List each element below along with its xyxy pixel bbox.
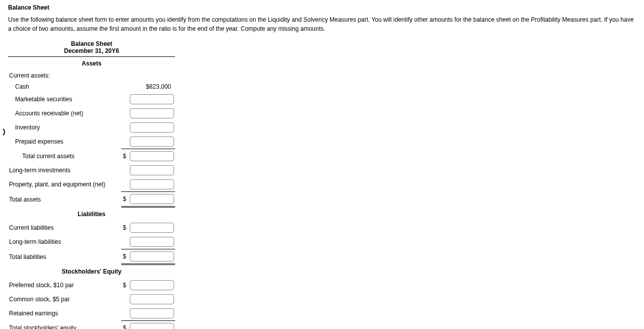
label-long-term-liabilities: Long-term liabilities <box>8 235 121 249</box>
row-total-current-assets: Total current assets $ <box>8 149 175 164</box>
row-common-stock: Common stock, $5 par <box>8 292 175 306</box>
input-common-stock[interactable] <box>130 294 174 304</box>
section-liabilities: Liabilities <box>8 208 175 221</box>
input-current-liabilities[interactable] <box>130 223 174 233</box>
label-total-stockholders-equity: Total stockholders' equity <box>8 321 121 330</box>
row-marketable-securities: Marketable securities <box>8 92 175 106</box>
dollar-sign: $ <box>121 192 127 207</box>
row-cash: Cash $823,000 <box>8 81 175 92</box>
instructions-text: Use the following balance sheet form to … <box>8 15 636 33</box>
row-total-assets: Total assets $ <box>8 192 175 207</box>
input-total-liabilities[interactable] <box>130 251 174 261</box>
row-total-stockholders-equity: Total stockholders' equity $ <box>8 321 175 330</box>
label-retained-earnings: Retained earnings <box>8 306 121 321</box>
row-retained-earnings: Retained earnings <box>8 306 175 321</box>
row-current-assets-header: Current assets: <box>8 70 175 81</box>
row-current-liabilities: Current liabilities $ <box>8 221 175 235</box>
dollar-sign: $ <box>121 249 127 265</box>
input-total-current-assets[interactable] <box>130 151 174 161</box>
input-marketable-securities[interactable] <box>130 94 174 104</box>
input-long-term-liabilities[interactable] <box>130 237 174 247</box>
label-preferred-stock: Preferred stock, $10 par <box>8 278 121 292</box>
label-ppe: Property, plant, and equipment (net) <box>8 177 121 192</box>
row-accounts-receivable: Accounts receivable (net) <box>8 106 175 120</box>
dollar-sign: $ <box>121 278 127 292</box>
input-accounts-receivable[interactable] <box>130 108 174 118</box>
dollar-sign: $ <box>121 149 127 164</box>
dollar-sign: $ <box>121 321 127 330</box>
label-common-stock: Common stock, $5 par <box>8 292 121 306</box>
label-total-assets: Total assets <box>8 192 121 207</box>
sheet-date: December 31, 20Y6 <box>8 47 175 57</box>
input-total-assets[interactable] <box>130 194 174 204</box>
label-accounts-receivable: Accounts receivable (net) <box>8 106 121 120</box>
section-assets: Assets <box>8 57 175 70</box>
label-current-liabilities: Current liabilities <box>8 221 121 235</box>
dollar-sign: $ <box>121 221 127 235</box>
input-ppe[interactable] <box>130 179 174 189</box>
section-equity: Stockholders' Equity <box>8 265 175 278</box>
input-preferred-stock[interactable] <box>130 280 174 290</box>
label-current-assets: Current assets: <box>8 70 121 81</box>
value-cash: $823,000 <box>128 83 174 90</box>
row-long-term-liabilities: Long-term liabilities <box>8 235 175 249</box>
selection-arc <box>0 127 5 137</box>
input-retained-earnings[interactable] <box>130 308 174 318</box>
row-long-term-investments: Long-term investments <box>8 163 175 177</box>
label-marketable-securities: Marketable securities <box>8 92 121 106</box>
row-prepaid-expenses: Prepaid expenses <box>8 135 175 149</box>
label-inventory: Inventory <box>8 120 121 135</box>
row-preferred-stock: Preferred stock, $10 par $ <box>8 278 175 292</box>
liabilities-table: Current liabilities $ Long-term liabilit… <box>8 221 175 265</box>
input-long-term-investments[interactable] <box>130 165 174 175</box>
balance-sheet-form: Balance Sheet December 31, 20Y6 Assets C… <box>8 40 175 329</box>
input-inventory[interactable] <box>130 122 174 133</box>
equity-table: Preferred stock, $10 par $ Common stock,… <box>8 278 175 329</box>
page-title: Balance Sheet <box>8 4 636 11</box>
input-total-stockholders-equity[interactable] <box>130 323 174 329</box>
input-prepaid-expenses[interactable] <box>130 137 174 147</box>
row-inventory: Inventory <box>8 120 175 135</box>
sheet-heading: Balance Sheet <box>8 40 175 47</box>
label-cash: Cash <box>8 81 121 92</box>
label-prepaid-expenses: Prepaid expenses <box>8 135 121 149</box>
label-long-term-investments: Long-term investments <box>8 163 121 177</box>
row-total-liabilities: Total liabilities $ <box>8 249 175 265</box>
balance-sheet-table: Current assets: Cash $823,000 Marketable… <box>8 70 175 208</box>
row-ppe: Property, plant, and equipment (net) <box>8 177 175 192</box>
label-total-current-assets: Total current assets <box>8 149 121 164</box>
label-total-liabilities: Total liabilities <box>8 249 121 265</box>
